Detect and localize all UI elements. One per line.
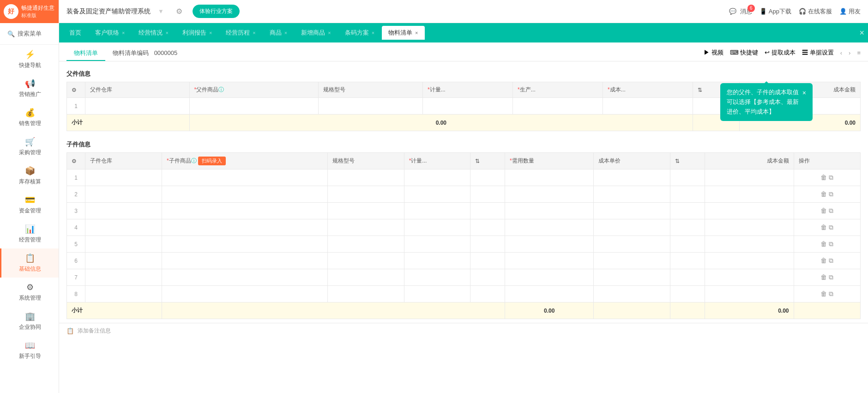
child-unit-cost-cell-6[interactable] <box>594 253 670 269</box>
tab-history[interactable]: 经营历程 × <box>219 26 262 40</box>
subtab-code[interactable]: 物料清单编码 0000005 <box>105 46 185 61</box>
delete-icon-5[interactable]: 🗑 <box>820 240 827 248</box>
sidebar-item-finance[interactable]: 💳 资金管理 <box>0 190 59 219</box>
delete-icon-3[interactable]: 🗑 <box>820 207 827 215</box>
tooltip-close-button[interactable]: × <box>802 88 806 98</box>
sidebar-item-marketing[interactable]: 📢 营销推广 <box>0 74 59 103</box>
sidebar-item-enterprise[interactable]: 🏢 企业协同 <box>0 307 59 336</box>
settings-button[interactable]: ⚙ <box>171 5 187 18</box>
child-unit-cost-cell-7[interactable] <box>594 269 670 286</box>
shortcut-tool[interactable]: ⌨ 快捷键 <box>730 48 759 57</box>
child-unit-cost-cell-4[interactable] <box>594 219 670 236</box>
child-spec-cell-3[interactable] <box>327 203 404 219</box>
child-unit-cost-cell-3[interactable] <box>594 203 670 219</box>
copy-icon-7[interactable]: ⧉ <box>829 273 833 281</box>
child-warehouse-cell-7[interactable] <box>85 269 162 286</box>
child-spec-cell-6[interactable] <box>327 253 404 269</box>
delete-icon-4[interactable]: 🗑 <box>820 224 827 231</box>
child-spec-cell-2[interactable] <box>327 186 404 203</box>
app-download-action[interactable]: 📱 App下载 <box>760 7 791 16</box>
copy-icon-1[interactable]: ⧉ <box>829 174 833 181</box>
tab-history-close[interactable]: × <box>253 30 255 36</box>
child-measure-cell-6[interactable] <box>404 253 470 269</box>
single-setting-tool[interactable]: ☰ 单据设置 <box>802 48 834 57</box>
tab-home[interactable]: 首页 <box>63 26 88 40</box>
child-spec-cell-5[interactable] <box>327 236 404 253</box>
child-qty-cell-2[interactable] <box>505 186 594 203</box>
child-unit-cost-cell-5[interactable] <box>594 236 670 253</box>
subtab-list[interactable]: 物料清单 <box>66 46 105 61</box>
extract-cost-tool[interactable]: ↩ 提取成本 <box>765 48 796 57</box>
child-qty-cell-5[interactable] <box>505 236 594 253</box>
child-goods-cell-7[interactable] <box>162 269 328 286</box>
scan-input-button[interactable]: 扫码录入 <box>198 157 226 165</box>
tab-new-goods-close[interactable]: × <box>328 30 331 36</box>
child-qty-cell-4[interactable] <box>505 219 594 236</box>
copy-icon-4[interactable]: ⧉ <box>829 224 833 231</box>
delete-icon-1[interactable]: 🗑 <box>820 174 827 181</box>
child-qty-cell-8[interactable] <box>505 286 594 302</box>
child-qty-cell-1[interactable] <box>505 169 594 186</box>
child-warehouse-cell-6[interactable] <box>85 253 162 269</box>
sidebar-item-sales[interactable]: 💰 销售管理 <box>0 103 59 132</box>
tab-customer-close[interactable]: × <box>122 30 125 36</box>
copy-icon-2[interactable]: ⧉ <box>829 190 833 198</box>
child-unit-cost-cell-2[interactable] <box>594 186 670 203</box>
tab-bom-close[interactable]: × <box>415 30 418 36</box>
child-goods-cell-4[interactable] <box>162 219 328 236</box>
parent-warehouse-cell[interactable] <box>85 98 190 115</box>
tab-new-goods[interactable]: 新增商品 × <box>295 26 337 40</box>
sidebar-item-system[interactable]: ⚙ 系统管理 <box>0 278 59 307</box>
experience-button[interactable]: 体验行业方案 <box>193 5 240 18</box>
parent-spec-cell[interactable] <box>319 98 423 115</box>
child-measure-cell-3[interactable] <box>404 203 470 219</box>
copy-icon-3[interactable]: ⧉ <box>829 207 833 215</box>
child-unit-cost-cell-8[interactable] <box>594 286 670 302</box>
tab-customer[interactable]: 客户联络 × <box>89 26 131 40</box>
view-tool[interactable]: ▶ 视频 <box>704 48 723 57</box>
message-action[interactable]: 💬 6 消息 <box>729 7 752 16</box>
tab-profit[interactable]: 利润报告 × <box>176 26 218 40</box>
child-measure-cell-2[interactable] <box>404 186 470 203</box>
tab-barcode-close[interactable]: × <box>372 30 374 36</box>
tab-goods[interactable]: 商品 × <box>263 26 294 40</box>
delete-icon-8[interactable]: 🗑 <box>820 290 827 298</box>
delete-icon-6[interactable]: 🗑 <box>820 257 827 265</box>
tab-bom[interactable]: 物料清单 × <box>382 26 424 40</box>
child-warehouse-cell-1[interactable] <box>85 169 162 186</box>
nav-menu[interactable]: ≡ <box>857 49 861 56</box>
sidebar-item-purchase[interactable]: 🛒 采购管理 <box>0 132 59 161</box>
delete-icon-7[interactable]: 🗑 <box>820 273 827 281</box>
sidebar-item-quick-nav[interactable]: ⚡ 快捷导航 <box>0 45 59 74</box>
child-goods-cell-2[interactable] <box>162 186 328 203</box>
sidebar-item-operation-mgmt[interactable]: 📊 经营管理 <box>0 219 59 248</box>
child-warehouse-cell-8[interactable] <box>85 286 162 302</box>
online-service-action[interactable]: 🎧 在线客服 <box>799 7 832 16</box>
child-measure-cell-1[interactable] <box>404 169 470 186</box>
child-measure-cell-5[interactable] <box>404 236 470 253</box>
nav-prev[interactable]: ‹ <box>840 49 842 56</box>
search-menu-button[interactable]: 🔍 搜索菜单 <box>4 27 55 41</box>
child-measure-cell-4[interactable] <box>404 219 470 236</box>
tab-goods-close[interactable]: × <box>284 30 287 36</box>
copy-icon-6[interactable]: ⧉ <box>829 257 833 265</box>
tab-barcode[interactable]: 条码方案 × <box>338 26 381 40</box>
copy-icon-8[interactable]: ⧉ <box>829 290 833 298</box>
sidebar-item-inventory[interactable]: 📦 库存核算 <box>0 161 59 190</box>
delete-icon-2[interactable]: 🗑 <box>820 190 827 198</box>
child-goods-cell-5[interactable] <box>162 236 328 253</box>
child-warehouse-cell-2[interactable] <box>85 186 162 203</box>
tab-operation-close[interactable]: × <box>165 30 168 36</box>
child-measure-cell-7[interactable] <box>404 269 470 286</box>
tab-profit-close[interactable]: × <box>209 30 212 36</box>
user-action[interactable]: 👤 用友 <box>839 7 861 16</box>
child-measure-cell-8[interactable] <box>404 286 470 302</box>
copy-icon-5[interactable]: ⧉ <box>829 240 833 248</box>
parent-measure-cell[interactable] <box>422 98 512 115</box>
parent-production-cell[interactable] <box>513 98 603 115</box>
child-qty-cell-6[interactable] <box>505 253 594 269</box>
child-goods-cell-3[interactable] <box>162 203 328 219</box>
child-spec-cell-7[interactable] <box>327 269 404 286</box>
parent-cost-cell[interactable] <box>603 98 693 115</box>
child-goods-cell-1[interactable] <box>162 169 328 186</box>
